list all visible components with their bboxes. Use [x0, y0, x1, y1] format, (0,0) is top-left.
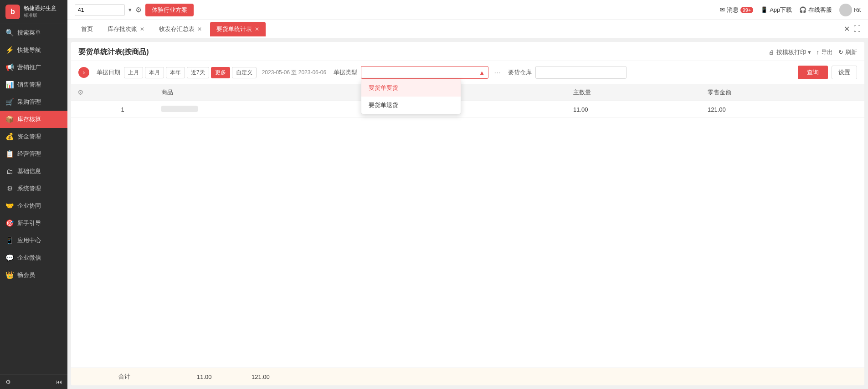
- row-settings-cell: [71, 101, 89, 118]
- wechat-icon: 💬: [5, 254, 14, 262]
- topbar-right: ✉ 消息 99+ 📱 App下载 🎧 在线客服 Rit: [720, 4, 861, 16]
- query-button[interactable]: 查询: [798, 66, 828, 79]
- sidebar-item-label-inventory: 库存核算: [17, 115, 41, 123]
- page-header: 要货单统计表(按商品) 🖨 按模板打印 ▾ ↑ 导出 ↻ 刷新: [71, 42, 864, 61]
- sales-icon: 📊: [5, 81, 14, 89]
- tab-expand[interactable]: ⛶: [853, 25, 861, 33]
- filter-bar: › 单据日期 上月 本月 本年 近7天 更多 自定义 2023-05-06 至 …: [71, 61, 864, 84]
- tab-goods-order-stats-close[interactable]: ✕: [255, 26, 259, 32]
- date-btn-more[interactable]: 更多: [211, 67, 230, 78]
- sidebar-item-operations[interactable]: 📋经营管理: [0, 145, 67, 163]
- footer-label: 合计: [118, 373, 137, 381]
- tab-receivable-summary-close[interactable]: ✕: [197, 26, 202, 32]
- messages-badge: 99+: [740, 7, 754, 13]
- basic-icon: 🗂: [5, 167, 14, 175]
- table-wrapper: ⚙ 商品 主计量单位 主数量 零售金额 1: [71, 84, 864, 368]
- operations-icon: 📋: [5, 150, 14, 158]
- topbar-search-input[interactable]: [75, 4, 125, 16]
- online-service-button[interactable]: 🎧 在线客服: [799, 6, 832, 14]
- setting-button[interactable]: 设置: [832, 66, 857, 79]
- app-download-button[interactable]: 📱 App下载: [760, 6, 792, 14]
- settings-gear[interactable]: ⚙: [5, 379, 11, 385]
- sidebar-item-label-apps: 应用中心: [17, 236, 41, 245]
- headset-icon: 🎧: [799, 6, 806, 13]
- search-icon: 🔍: [5, 29, 14, 37]
- warehouse-filter-label: 要货仓库: [508, 68, 532, 77]
- type-select-input[interactable]: [361, 66, 488, 79]
- row-quantity-cell: 11.00: [568, 101, 702, 118]
- sidebar-item-search[interactable]: 🔍搜索菜单: [0, 24, 67, 41]
- export-label: 导出: [821, 48, 833, 56]
- sidebar-item-enterprise[interactable]: 🤝企业协同: [0, 197, 67, 215]
- sidebar-collapse[interactable]: ⏮: [56, 379, 62, 385]
- sidebar-item-inventory[interactable]: 📦库存核算: [0, 111, 67, 128]
- warehouse-filter-group: 要货仓库: [508, 66, 627, 79]
- date-btn-last-month[interactable]: 上月: [124, 67, 143, 78]
- sidebar-item-purchase[interactable]: 🛒采购管理: [0, 93, 67, 111]
- type-more-dots[interactable]: ···: [494, 68, 501, 77]
- filter-expand-button[interactable]: ›: [78, 67, 89, 78]
- user-profile[interactable]: Rit: [839, 4, 861, 16]
- date-btn-this-year[interactable]: 本年: [166, 67, 185, 78]
- tab-receivable-summary[interactable]: 收发存汇总表 ✕: [153, 22, 208, 36]
- warehouse-select-input[interactable]: [535, 66, 627, 79]
- marketing-icon: 📢: [5, 63, 14, 72]
- refresh-button[interactable]: ↻ 刷新: [838, 48, 857, 56]
- sidebar-item-label-system: 系统管理: [17, 184, 41, 193]
- online-service-label: 在线客服: [808, 6, 832, 14]
- tab-inventory-batch[interactable]: 库存批次账 ✕: [101, 22, 151, 36]
- topbar-gear-icon[interactable]: ⚙: [135, 5, 142, 14]
- sidebar-item-basic[interactable]: 🗂基础信息: [0, 163, 67, 180]
- dropdown-item-order-goods[interactable]: 要货单要货: [361, 79, 461, 97]
- type-filter-group: 单据类型 ▲ 要货单要货 要货单退货 ···: [334, 66, 501, 79]
- gear-icon: ⚙: [5, 379, 11, 385]
- sidebar-item-guide[interactable]: 🎯新手引导: [0, 215, 67, 232]
- print-button[interactable]: 🖨 按模板打印 ▾: [769, 48, 811, 56]
- quick-nav-icon: ⚡: [5, 46, 14, 54]
- sidebar-item-sales[interactable]: 📊销售管理: [0, 76, 67, 93]
- refresh-icon: ↻: [838, 49, 843, 56]
- inventory-icon: 📦: [5, 115, 14, 123]
- sidebar-items: 🔍搜索菜单⚡快捷导航📢营销推广📊销售管理🛒采购管理📦库存核算💰资金管理📋经营管理…: [0, 24, 67, 374]
- sidebar-item-label-basic: 基础信息: [17, 167, 41, 175]
- trial-industry-button[interactable]: 体验行业方案: [145, 4, 194, 16]
- page-actions: 🖨 按模板打印 ▾ ↑ 导出 ↻ 刷新: [769, 48, 858, 56]
- topbar-dropdown-arrow[interactable]: ▾: [128, 6, 132, 13]
- sidebar-bottom: ⚙ ⏮: [0, 374, 67, 389]
- sidebar-item-finance[interactable]: 💰资金管理: [0, 128, 67, 145]
- system-icon: ⚙: [5, 184, 14, 193]
- refresh-label: 刷新: [845, 48, 857, 56]
- sidebar-item-system[interactable]: ⚙系统管理: [0, 180, 67, 197]
- footer-amount: 121.00: [246, 374, 301, 380]
- topbar-left: ▾ ⚙ 体验行业方案: [75, 4, 714, 16]
- sidebar-item-vip[interactable]: 👑畅会员: [0, 266, 67, 284]
- table-settings-icon[interactable]: ⚙: [77, 88, 83, 96]
- tab-home[interactable]: 首页: [75, 22, 99, 36]
- sidebar-item-marketing[interactable]: 📢营销推广: [0, 59, 67, 76]
- messages-button[interactable]: ✉ 消息 99+: [720, 6, 754, 14]
- type-select-arrow[interactable]: ▲: [479, 69, 485, 76]
- table-row: 1 块 11.00 121.00: [71, 101, 864, 118]
- tabbar-right: ✕ ⛶: [844, 25, 861, 33]
- date-btn-custom[interactable]: 自定义: [232, 67, 257, 78]
- tab-close-all[interactable]: ✕: [844, 25, 850, 33]
- sidebar-item-wechat[interactable]: 💬企业微信: [0, 249, 67, 266]
- sidebar-item-label-guide: 新手引导: [17, 219, 41, 227]
- sidebar-item-apps[interactable]: 📱应用中心: [0, 232, 67, 249]
- app-download-label: App下载: [770, 6, 792, 14]
- print-dropdown-arrow[interactable]: ▾: [808, 49, 811, 56]
- date-range-display: 2023-05-06 至 2023-06-06: [262, 69, 326, 77]
- tab-inventory-batch-close[interactable]: ✕: [140, 26, 144, 32]
- date-filter-label: 单据日期: [97, 68, 120, 77]
- row-index-cell: 1: [89, 101, 156, 118]
- date-btn-this-month[interactable]: 本月: [145, 67, 164, 78]
- sidebar-item-label-enterprise: 企业协同: [17, 202, 41, 210]
- sidebar-item-quick-nav[interactable]: ⚡快捷导航: [0, 41, 67, 59]
- date-btn-7days[interactable]: 近7天: [187, 67, 209, 78]
- sidebar-item-label-vip: 畅会员: [17, 271, 35, 279]
- tab-goods-order-stats[interactable]: 要货单统计表 ✕: [210, 22, 266, 36]
- dropdown-item-return-goods[interactable]: 要货单退货: [361, 97, 461, 114]
- message-icon: ✉: [720, 6, 725, 13]
- export-button[interactable]: ↑ 导出: [817, 48, 833, 56]
- col-index-header: [89, 84, 156, 101]
